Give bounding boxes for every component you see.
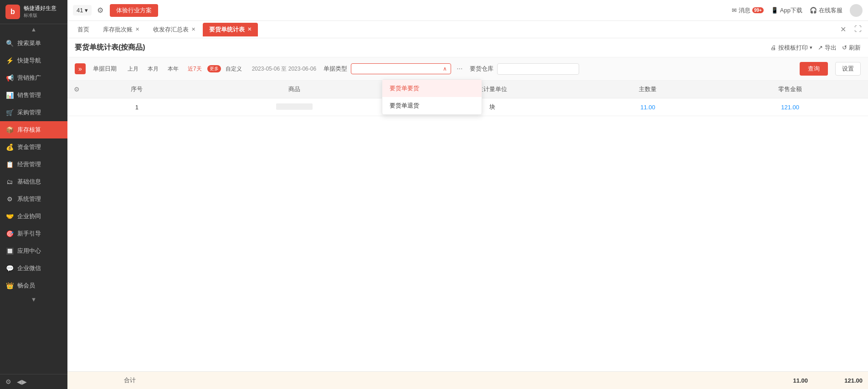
- tab-label-order_stat: 要货单统计表: [209, 26, 245, 34]
- sidebar-item-sales[interactable]: 📊销售管理: [0, 87, 67, 104]
- sidebar-item-system[interactable]: ⚙系统管理: [0, 190, 67, 208]
- sidebar-item-purchase[interactable]: 🛒采购管理: [0, 104, 67, 121]
- app-download-item[interactable]: 📱 App下载: [771, 6, 802, 15]
- filter-bar: » 单据日期 上月 本月 本年 近7天 更多 自定义 2023-05-06 至 …: [67, 57, 868, 81]
- appstore-icon: 🔲: [5, 247, 14, 255]
- collapse-icon[interactable]: ◀▶: [17, 378, 27, 385]
- sidebar-item-quicknav[interactable]: ⚡快捷导航: [0, 52, 67, 69]
- print-chevron: ▾: [810, 45, 812, 51]
- date-custom[interactable]: 自定义: [223, 64, 245, 74]
- sidebar-item-member[interactable]: 👑畅会员: [0, 277, 67, 294]
- sidebar-item-guide[interactable]: 🎯新手引导: [0, 225, 67, 242]
- sidebar-item-marketing[interactable]: 📢营销推广: [0, 69, 67, 87]
- message-label: 消息: [739, 6, 750, 15]
- sidebar-item-basics[interactable]: 🗂基础信息: [0, 173, 67, 190]
- footer-amount: 121.00: [808, 377, 863, 384]
- tab-order_stat[interactable]: 要货单统计表✕: [203, 23, 258, 36]
- refresh-button[interactable]: ↺ 刷新: [842, 44, 861, 52]
- maximize-icon[interactable]: ⛶: [852, 24, 864, 35]
- tab-close-receive[interactable]: ✕: [191, 26, 195, 32]
- sidebar: b 畅捷通好生意 标准版 ▲ 🔍搜索菜单⚡快捷导航📢营销推广📊销售管理🛒采购管理…: [0, 0, 67, 389]
- message-badge: 99+: [752, 7, 764, 13]
- sidebar-label-quicknav: 快捷导航: [17, 56, 41, 65]
- sidebar-item-search[interactable]: 🔍搜索菜单: [0, 35, 67, 52]
- print-icon: 🖨: [770, 44, 776, 51]
- table-wrap: ⚙ 序号 商品 主计量单位 主数量 零售金额 1 块 11.00 121.00: [67, 81, 868, 371]
- edition-label: 标准版: [24, 12, 56, 19]
- messages-item[interactable]: ✉ 消息 99+: [732, 6, 764, 15]
- settings-bottom-icon[interactable]: ⚙: [5, 378, 11, 385]
- date-options: 上月 本月 本年 近7天 更多 自定义: [124, 64, 245, 74]
- settings-button[interactable]: 设置: [835, 62, 861, 76]
- search-icon: 🔍: [5, 40, 14, 47]
- sidebar-label-enterprise: 企业协同: [17, 212, 41, 220]
- export-label: 导出: [825, 44, 837, 52]
- type-dots-icon[interactable]: ···: [457, 65, 462, 73]
- tabs-right: ✕ ⛶: [837, 24, 864, 35]
- quicknav-icon: ⚡: [5, 57, 14, 64]
- dropdown-item-order-goods[interactable]: 要货单要货: [382, 80, 482, 97]
- page-title-bar: 要货单统计表(按商品) 🖨 按模板打印 ▾ ↗ 导出 ↺ 刷新: [67, 38, 868, 57]
- tab-receive[interactable]: 收发存汇总表✕: [147, 23, 202, 36]
- sidebar-item-wechat[interactable]: 💬企业微信: [0, 260, 67, 277]
- type-dropdown: 要货单要货 要货单退货: [382, 79, 482, 115]
- filter-warehouse-section: 要货仓库: [470, 63, 579, 75]
- tab-label-stock: 库存批次账: [103, 26, 133, 34]
- sidebar-label-search: 搜索菜单: [17, 39, 41, 47]
- print-button[interactable]: 🖨 按模板打印 ▾: [770, 44, 812, 52]
- inventory-icon: 📦: [5, 126, 14, 133]
- sidebar-label-finance: 资金管理: [17, 143, 41, 151]
- trial-button[interactable]: 体验行业方案: [110, 4, 158, 17]
- filter-expand-button[interactable]: »: [75, 63, 86, 74]
- cell-amount-0: 121.00: [712, 98, 868, 116]
- col-qty-header: 主数量: [583, 81, 712, 98]
- col-settings-icon[interactable]: ⚙: [74, 86, 80, 93]
- sidebar-item-appstore[interactable]: 🔲应用中心: [0, 242, 67, 260]
- sidebar-item-operations[interactable]: 📋经营管理: [0, 156, 67, 173]
- online-service-item[interactable]: 🎧 在线客服: [810, 6, 842, 15]
- sidebar-item-enterprise[interactable]: 🤝企业协同: [0, 208, 67, 225]
- date-option-last-month[interactable]: 上月: [124, 64, 142, 74]
- date-option-this-year[interactable]: 本年: [164, 64, 182, 74]
- dropdown-item-order-return[interactable]: 要货单退货: [382, 97, 482, 114]
- tab-close-order_stat[interactable]: ✕: [247, 26, 252, 32]
- close-all-icon[interactable]: ✕: [837, 24, 849, 35]
- guide-icon: 🎯: [5, 230, 14, 237]
- type-selector[interactable]: ∧: [351, 63, 451, 74]
- sidebar-scroll-up[interactable]: ▲: [0, 24, 67, 35]
- online-service-label: 在线客服: [819, 6, 842, 15]
- warehouse-input[interactable]: [497, 63, 579, 75]
- query-button[interactable]: 查询: [800, 62, 828, 76]
- finance-icon: 💰: [5, 143, 14, 151]
- tab-home[interactable]: 首页: [71, 23, 96, 36]
- date-more-badge[interactable]: 更多: [207, 65, 221, 72]
- tab-stock[interactable]: 库存批次账✕: [97, 23, 146, 36]
- date-option-this-month[interactable]: 本月: [144, 64, 162, 74]
- col-seq-header: 序号: [86, 81, 188, 98]
- type-arrow-icon: ∧: [443, 66, 447, 72]
- tab-label-home: 首页: [77, 26, 89, 34]
- logo-text-block: 畅捷通好生意 标准版: [24, 5, 56, 19]
- export-button[interactable]: ↗ 导出: [818, 44, 837, 52]
- sidebar-label-marketing: 营销推广: [17, 74, 41, 82]
- sidebar-item-finance[interactable]: 💰资金管理: [0, 138, 67, 156]
- system-icon: ⚙: [5, 195, 14, 203]
- user-avatar[interactable]: [850, 4, 863, 17]
- sidebar-nav: 🔍搜索菜单⚡快捷导航📢营销推广📊销售管理🛒采购管理📦库存核算💰资金管理📋经营管理…: [0, 35, 67, 294]
- store-selector[interactable]: 41 ▾: [73, 5, 92, 15]
- member-icon: 👑: [5, 282, 14, 289]
- sidebar-item-inventory[interactable]: 📦库存核算: [0, 121, 67, 138]
- page: 要货单统计表(按商品) 🖨 按模板打印 ▾ ↗ 导出 ↺ 刷新: [67, 38, 868, 389]
- tab-close-stock[interactable]: ✕: [135, 26, 139, 32]
- header-gear-icon[interactable]: ⚙: [97, 6, 103, 15]
- tabs-bar: 首页库存批次账✕收发存汇总表✕要货单统计表✕ ✕ ⛶: [67, 21, 868, 38]
- sidebar-label-inventory: 库存核算: [17, 126, 41, 134]
- sidebar-scroll-down[interactable]: ▼: [0, 294, 67, 305]
- app-download-label: App下载: [780, 6, 802, 15]
- operations-icon: 📋: [5, 161, 14, 168]
- purchase-icon: 🛒: [5, 109, 14, 116]
- filter-type-section: 单据类型 ∧ ···: [324, 63, 462, 74]
- date-option-7days[interactable]: 近7天: [184, 64, 205, 74]
- sidebar-label-guide: 新手引导: [17, 230, 41, 238]
- tabs-container: 首页库存批次账✕收发存汇总表✕要货单统计表✕: [71, 23, 837, 36]
